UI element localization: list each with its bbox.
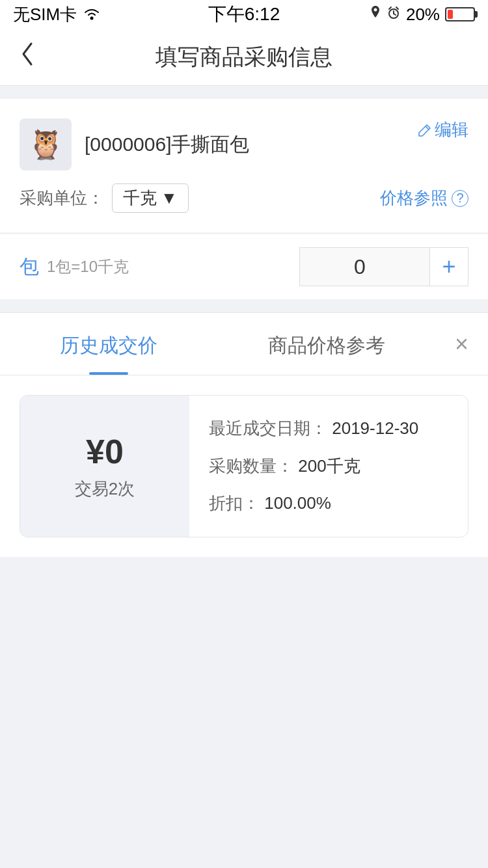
product-section: 🦉 [0000006]手撕面包 编辑 采购单位： 千克 ▼ 价格参照 ? xyxy=(0,99,488,232)
purchase-qty-value: 200千克 xyxy=(298,456,360,476)
product-header: 🦉 [0000006]手撕面包 编辑 xyxy=(20,118,468,170)
unit-value: 千克 xyxy=(123,187,157,210)
tab-reference-label: 商品价格参考 xyxy=(268,334,385,356)
location-icon xyxy=(370,5,381,25)
discount-value: 100.00% xyxy=(264,493,331,513)
edit-button[interactable]: 编辑 xyxy=(418,118,468,141)
discount-label: 折扣： xyxy=(209,493,260,513)
discount-row: 折扣： 100.00% xyxy=(209,490,448,517)
price-currency-symbol: ¥ xyxy=(86,433,105,470)
svg-line-3 xyxy=(394,14,396,15)
quantity-plus-button[interactable]: + xyxy=(429,247,468,286)
page-title: 填写商品采购信息 xyxy=(156,42,332,72)
recent-date-value: 2019-12-30 xyxy=(332,418,418,438)
unit-description: 1包=10千克 xyxy=(47,256,129,277)
recent-date-label: 最近成交日期： xyxy=(209,418,327,438)
unit-label: 采购单位： xyxy=(20,187,104,210)
product-left: 🦉 [0000006]手撕面包 xyxy=(20,118,249,170)
product-logo: 🦉 xyxy=(28,130,64,159)
battery-percent: 20% xyxy=(406,5,440,25)
history-price: ¥0 xyxy=(86,432,124,471)
price-value: 0 xyxy=(105,433,124,470)
time-display: 下午6:12 xyxy=(208,2,280,27)
tabs-section: 历史成交价 商品价格参考 × ¥0 交易2次 最近成交日期： 2019-12-3… xyxy=(0,312,488,557)
purchase-qty-row: 采购数量： 200千克 xyxy=(209,453,448,480)
battery-icon xyxy=(445,7,475,21)
trade-count: 交易2次 xyxy=(75,478,135,500)
battery-fill xyxy=(448,10,453,19)
alarm-icon xyxy=(386,5,401,25)
nav-bar: 填写商品采购信息 xyxy=(0,29,488,86)
help-icon: ? xyxy=(452,190,468,207)
history-card: ¥0 交易2次 最近成交日期： 2019-12-30 采购数量： 200千克 折… xyxy=(20,395,468,537)
meta-left: 采购单位： 千克 ▼ xyxy=(20,183,189,213)
purchase-qty-label: 采购数量： xyxy=(209,456,293,476)
svg-point-0 xyxy=(90,16,94,20)
edit-label: 编辑 xyxy=(435,118,468,141)
back-button[interactable] xyxy=(20,41,35,73)
recent-date-row: 最近成交日期： 2019-12-30 xyxy=(209,415,448,442)
unit-badge: 包 xyxy=(20,254,39,280)
quantity-section: 包 1包=10千克 + xyxy=(0,234,488,299)
tab-price-reference[interactable]: 商品价格参考 xyxy=(217,313,435,375)
product-meta: 采购单位： 千克 ▼ 价格参照 ? xyxy=(20,183,468,213)
wifi-icon xyxy=(82,5,102,25)
quantity-control: + xyxy=(299,247,468,286)
status-left: 无SIM卡 xyxy=(13,3,102,26)
quantity-input[interactable] xyxy=(299,247,429,286)
tab-history-label: 历史成交价 xyxy=(60,334,157,356)
price-reference-button[interactable]: 价格参照 ? xyxy=(380,187,468,210)
card-detail-panel: 最近成交日期： 2019-12-30 采购数量： 200千克 折扣： 100.0… xyxy=(189,396,468,537)
carrier-text: 无SIM卡 xyxy=(13,3,77,26)
tab-close-button[interactable]: × xyxy=(435,318,488,371)
history-content: ¥0 交易2次 最近成交日期： 2019-12-30 采购数量： 200千克 折… xyxy=(0,375,488,557)
status-right: 20% xyxy=(370,5,475,25)
product-name: [0000006]手撕面包 xyxy=(85,131,249,158)
quantity-label: 包 1包=10千克 xyxy=(20,254,129,280)
status-bar: 无SIM卡 下午6:12 20% xyxy=(0,0,488,29)
card-price-panel: ¥0 交易2次 xyxy=(20,396,189,537)
dropdown-arrow-icon: ▼ xyxy=(161,188,178,208)
tab-history-price[interactable]: 历史成交价 xyxy=(0,313,217,375)
tabs-header: 历史成交价 商品价格参考 × xyxy=(0,313,488,375)
unit-dropdown[interactable]: 千克 ▼ xyxy=(112,183,189,213)
product-thumbnail: 🦉 xyxy=(20,118,72,170)
price-ref-label: 价格参照 xyxy=(380,187,448,210)
